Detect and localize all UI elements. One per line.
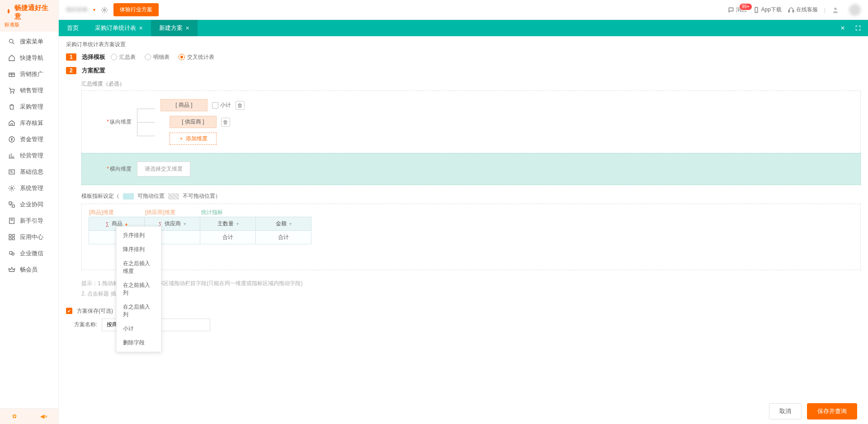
header-right: 消息 99+ App下载 在线客服 |: [728, 4, 861, 16]
radio-summary[interactable]: 汇总表: [111, 53, 136, 61]
nav-sales[interactable]: 销售管理: [0, 82, 58, 99]
sort-desc-icon[interactable]: ▾: [236, 221, 239, 226]
nav-label: 应用中心: [20, 233, 43, 241]
save-checkbox[interactable]: ✔: [66, 308, 72, 314]
tab-close-icon[interactable]: ✕: [185, 25, 189, 31]
template-radio-group: 汇总表 明细表 交叉统计表: [111, 53, 214, 61]
grid-icon: [8, 233, 15, 241]
delete-dim-button[interactable]: 🗑: [236, 101, 245, 110]
footer-buttons: 取消 保存并查询: [769, 403, 857, 419]
nav-guide[interactable]: 新手引导: [0, 213, 58, 229]
add-dimension-button[interactable]: ＋ 添加维度: [170, 133, 217, 145]
tab-new-plan[interactable]: 新建方案 ✕: [151, 20, 198, 36]
nav-marketing[interactable]: 营销推广: [0, 66, 58, 82]
svg-point-6: [11, 187, 13, 189]
sort-desc-icon[interactable]: ▾: [184, 221, 186, 226]
nav-enterprise[interactable]: 企业协同: [0, 196, 58, 213]
avatar[interactable]: [849, 4, 861, 16]
service-button[interactable]: 在线客服: [788, 6, 818, 14]
radio-label: 汇总表: [119, 53, 136, 61]
dd-insert-col-before[interactable]: 在之前插入列: [117, 278, 161, 300]
cross-dim-select[interactable]: 请选择交叉维度: [137, 162, 190, 176]
sum-dim-title: 汇总维度（必选）: [81, 80, 861, 88]
nav-member[interactable]: 畅会员: [0, 262, 58, 278]
logo-area: 畅捷通好生意 标准版: [0, 0, 58, 32]
svg-rect-7: [9, 202, 11, 204]
col-header-product[interactable]: ∑ 商品 ▴ 升序排列 降序排列 在之后插入维度 在之前插入列 在之后插入列: [89, 217, 145, 231]
nav-label: 营销推广: [20, 70, 43, 78]
body-cell-qty-total: 合计: [200, 230, 256, 244]
radio-cross[interactable]: 交叉统计表: [179, 53, 214, 61]
subtotal-checkbox[interactable]: 小计: [212, 101, 231, 109]
col-label: 主数量: [217, 220, 234, 228]
nav-system[interactable]: 系统管理: [0, 180, 58, 196]
nav-wecom[interactable]: 企业微信: [0, 245, 58, 262]
nav-purchase[interactable]: 采购管理: [0, 99, 58, 115]
svg-rect-12: [9, 238, 11, 240]
nav-operation[interactable]: 经营管理: [0, 148, 58, 164]
dd-insert-col-after[interactable]: 在之后插入列: [117, 300, 161, 322]
messages-button[interactable]: 消息 99+: [728, 6, 747, 14]
dd-sort-asc[interactable]: 升序排列: [117, 229, 161, 243]
radio-detail[interactable]: 明细表: [145, 53, 170, 61]
col-header-qty[interactable]: 主数量 ▾: [200, 217, 256, 231]
legend-nodrag-label: 不可拖动位置）: [183, 192, 221, 200]
gear-icon: [8, 185, 15, 192]
dd-subtotal[interactable]: 小计: [117, 322, 161, 336]
user-icon[interactable]: [832, 6, 839, 14]
nav-apps[interactable]: 应用中心: [0, 229, 58, 245]
svg-point-2: [10, 93, 11, 93]
indicator-title: 模板指标设定（: [81, 192, 119, 200]
svg-rect-8: [12, 205, 14, 207]
tabs-fullscreen-icon[interactable]: [853, 23, 863, 33]
tab-close-icon[interactable]: ✕: [139, 25, 143, 31]
tips: 提示：1.拖动标题 可跨维度或指标区域拖动栏目字段(只能在同一维度或指标区域内拖…: [81, 278, 861, 299]
footer-settings-icon[interactable]: ✿: [0, 409, 29, 424]
warehouse-icon: [8, 119, 15, 127]
delete-dim-button[interactable]: 🗑: [221, 118, 230, 127]
tab-purchase-stat[interactable]: 采购订单统计表 ✕: [87, 20, 151, 36]
sort-asc-icon[interactable]: ▴: [125, 221, 127, 226]
cancel-button[interactable]: 取消: [769, 403, 802, 419]
logo-icon: [5, 8, 13, 16]
tab-home[interactable]: 首页: [59, 20, 87, 36]
logo: 畅捷通好生意: [5, 4, 54, 21]
app-download-button[interactable]: App下载: [753, 6, 782, 14]
org-name: 组织名称: [66, 6, 88, 14]
svg-rect-13: [12, 238, 14, 240]
chip-supplier[interactable]: [ 供应商 ]: [170, 116, 217, 128]
save-query-button[interactable]: 保存并查询: [807, 403, 857, 419]
tabs-close-all-icon[interactable]: ✕: [837, 23, 848, 33]
nav-basic[interactable]: 基础信息: [0, 164, 58, 180]
dd-sort-desc[interactable]: 降序排列: [117, 243, 161, 257]
col-header-amount[interactable]: 金额 ▾: [255, 217, 311, 231]
page-title: 采购订单统计表方案设置: [59, 36, 868, 53]
phone-icon: [753, 7, 760, 13]
header-gear-icon[interactable]: [101, 6, 108, 14]
chip-product[interactable]: [ 商品 ]: [160, 99, 208, 111]
nav-finance[interactable]: 资金管理: [0, 131, 58, 148]
nav-inventory[interactable]: 库存核算: [0, 115, 58, 131]
ind-label-stat: 统计指标: [201, 209, 257, 216]
svg-point-0: [9, 39, 13, 43]
dd-delete-field[interactable]: 删除字段: [117, 336, 161, 350]
sidebar: 畅捷通好生意 标准版 搜索菜单 快捷导航 营销推广 销售管理 采购管理 库存核算…: [0, 0, 59, 424]
nav-search[interactable]: 搜索菜单: [0, 33, 58, 50]
footer-collapse-icon[interactable]: ◀»: [29, 409, 59, 424]
nav-quicknav[interactable]: 快捷导航: [0, 50, 58, 66]
checkbox-icon: [212, 102, 218, 109]
legend-drag-label: 可拖动位置: [137, 192, 165, 200]
step1-title: 选择模板: [82, 53, 105, 61]
org-selector[interactable]: 组织名称: [66, 6, 88, 14]
horizontal-label: *横向维度: [95, 165, 132, 173]
search-icon: [8, 38, 15, 45]
nav-label: 资金管理: [20, 135, 43, 143]
chart-icon: [8, 152, 15, 159]
svg-point-20: [834, 7, 836, 10]
dd-insert-dim-after[interactable]: 在之后插入维度: [117, 257, 161, 278]
sort-desc-icon[interactable]: ▾: [289, 221, 292, 226]
legend-drag-swatch: [123, 193, 134, 200]
nav-label: 库存核算: [20, 119, 43, 127]
chevron-down-icon[interactable]: ▾: [93, 7, 95, 12]
trial-button[interactable]: 体验行业方案: [113, 3, 159, 16]
